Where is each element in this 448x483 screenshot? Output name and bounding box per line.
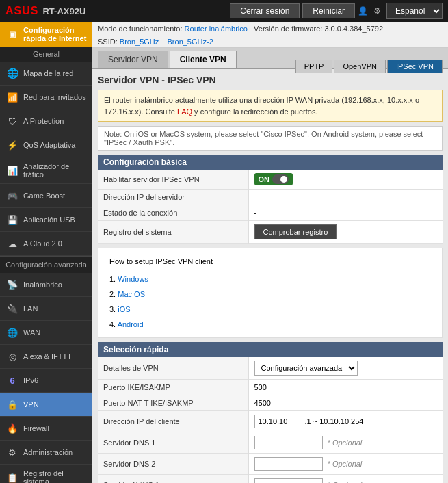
android-link[interactable]: Android (118, 320, 144, 328)
sidebar-item-qos-label: QoS Adaptativa (23, 141, 75, 149)
ssid-bar: SSID: Bron_5GHz Bron_5GHz-2 (92, 36, 448, 48)
protocol-tab-ipsec[interactable]: IPSec VPN (387, 60, 443, 73)
vpn-details-cell: Configuración avanzada (248, 357, 443, 380)
language-select[interactable]: Español (386, 3, 443, 19)
restart-button[interactable]: Reiniciar (302, 3, 355, 18)
sidebar-item-vpn-label: VPN (23, 400, 39, 408)
ip-server-value: - (248, 190, 443, 205)
windows-link[interactable]: Windows (118, 275, 148, 283)
sidebar-item-usb-label: Aplicación USB (23, 216, 75, 224)
sidebar-item-firewall[interactable]: Firewall (0, 417, 92, 441)
quick-select-header: Selección rápida (98, 342, 443, 357)
sidebar-item-game[interactable]: Game Boost (0, 184, 92, 208)
sidebar-item-admin[interactable]: Administración (0, 441, 92, 465)
sidebar-item-aiprotection-label: AiProtection (23, 117, 64, 125)
sidebar-item-aicloud-label: AiCloud 2.0 (23, 239, 62, 248)
sidebar-item-map-label: Mapa de la red (23, 69, 73, 77)
sidebar-item-wireless[interactable]: Inalámbrico (0, 273, 92, 297)
dns2-input[interactable] (254, 457, 323, 471)
sidebar-item-wan[interactable]: WAN (0, 321, 92, 345)
lan-icon (5, 302, 19, 315)
protocol-tab-openvpn[interactable]: OpenVPN (334, 60, 386, 73)
dns2-label: Servidor DNS 2 (98, 454, 248, 475)
game-icon (5, 189, 19, 203)
sidebar-item-firewall-label: Firewall (23, 424, 49, 432)
sidebar-item-alexa[interactable]: Alexa & IFTTT (0, 345, 92, 369)
client-ip-input[interactable] (254, 415, 302, 428)
notification-icon[interactable]: 👤 (358, 6, 368, 16)
check-log-button[interactable]: Comprobar registro (254, 224, 337, 239)
system-log-label: Registro del sistema (98, 221, 248, 244)
table-row-client-ip: Dirección IP del cliente .1 ~ 10.10.10.2… (98, 411, 443, 432)
dns2-cell: * Opcional (248, 454, 443, 475)
setup-guide: How to setup IPSec VPN client 1. Windows… (98, 248, 443, 338)
ssid-5-link[interactable]: Bron_5GHz-2 (168, 38, 213, 46)
vpn-details-select[interactable]: Configuración avanzada (254, 361, 358, 376)
info-text2: y configure la redirección de puertos. (194, 107, 317, 116)
analyze-icon (5, 164, 19, 177)
ssid-label: SSID: (98, 38, 118, 46)
sidebar-item-map[interactable]: Mapa de la red (0, 62, 92, 86)
mode-label: Modo de funcionamiento: (98, 25, 183, 33)
list-item: 4. Android (109, 317, 431, 332)
ssid-24-link[interactable]: Bron_5GHz (120, 38, 159, 46)
wins1-label: Servidor WINS 1 (98, 475, 248, 484)
system-log-cell: Comprobar registro (248, 221, 443, 244)
quick-select-table: Detalles de VPN Configuración avanzada P… (98, 357, 443, 483)
logout-button[interactable]: Cerrar sesión (230, 3, 300, 18)
faq-link[interactable]: FAQ (177, 107, 192, 116)
sidebar-item-vpn[interactable]: VPN (0, 393, 92, 417)
title-row: PPTP OpenVPN IPSec VPN Servidor VPN - IP… (98, 75, 443, 90)
vpn-details-label: Detalles de VPN (98, 357, 248, 380)
sidebar-item-lan[interactable]: LAN (0, 297, 92, 321)
note-text: Note: On iOS or MacOS system, please sel… (104, 130, 423, 146)
wins1-input[interactable] (254, 478, 323, 483)
sidebar-item-quick-internet[interactable]: ▣ Configuración rápida de Internet (0, 22, 92, 47)
wifi-icon (5, 90, 19, 104)
table-row-enable: Habilitar servidor IPSec VPN ON (98, 170, 443, 190)
sidebar-item-log[interactable]: Registro del sistema (0, 465, 92, 483)
protocol-tabs: PPTP OpenVPN IPSec VPN (295, 60, 443, 73)
qos-icon (5, 138, 19, 152)
wins1-cell: * Opcional (248, 475, 443, 484)
sidebar: ▣ Configuración rápida de Internet Gener… (0, 22, 92, 483)
list-item: 3. iOS (109, 302, 431, 317)
port-nat-value: 4500 (248, 395, 443, 411)
info-box: El router inalámbrico actualmente utiliz… (98, 90, 443, 122)
client-ip-label: Dirección IP del cliente (98, 411, 248, 432)
router-mode-link[interactable]: Router inalámbrico (185, 25, 248, 33)
tab-vpn-client[interactable]: Cliente VPN (170, 51, 237, 68)
ipv6-icon (5, 374, 19, 387)
ip-server-label: Dirección IP del servidor (98, 190, 248, 205)
header-icons: 👤 ⚙ (358, 6, 381, 16)
sidebar-item-analyzer[interactable]: Analizador de tráfico (0, 157, 92, 184)
protocol-tab-pptp[interactable]: PPTP (295, 60, 333, 73)
toggle-slider (272, 174, 289, 184)
tab-vpn-server[interactable]: Servidor VPN (98, 51, 168, 68)
ipsec-toggle[interactable]: ON (254, 173, 293, 185)
sidebar-item-guest[interactable]: Red para invitados (0, 86, 92, 109)
ios-link[interactable]: iOS (118, 305, 130, 313)
sidebar-item-aiprotection[interactable]: AiProtection (0, 109, 92, 133)
table-row-wins1: Servidor WINS 1 * Opcional (98, 475, 443, 484)
sidebar-item-game-label: Game Boost (23, 192, 65, 200)
firmware-label: Versión de firmware: (254, 25, 322, 33)
sidebar-item-ipv6[interactable]: IPv6 (0, 369, 92, 393)
usb-icon (5, 213, 19, 226)
sidebar-item-ipv6-label: IPv6 (23, 376, 38, 384)
sidebar-item-aicloud[interactable]: AiCloud 2.0 (0, 232, 92, 256)
content-area: PPTP OpenVPN IPSec VPN Servidor VPN - IP… (92, 69, 448, 483)
dns1-hint: * Opcional (328, 439, 363, 447)
header: ASUS RT-AX92U Cerrar sesión Reiniciar 👤 … (0, 0, 448, 22)
macos-link[interactable]: Mac OS (118, 290, 145, 298)
sidebar-item-qos[interactable]: QoS Adaptativa (0, 133, 92, 157)
asus-logo: ASUS (5, 5, 38, 17)
table-row-ip-server: Dirección IP del servidor - (98, 190, 443, 205)
sidebar-item-usb[interactable]: Aplicación USB (0, 208, 92, 232)
dns1-input[interactable] (254, 436, 323, 449)
settings-icon[interactable]: ⚙ (373, 6, 381, 16)
shield-icon (5, 114, 19, 128)
table-row-port-isakmp: Puerto IKE/ISAKMP 500 (98, 380, 443, 395)
table-row-vpn-details: Detalles de VPN Configuración avanzada (98, 357, 443, 380)
setup-guide-title: How to setup IPSec VPN client (109, 254, 431, 269)
